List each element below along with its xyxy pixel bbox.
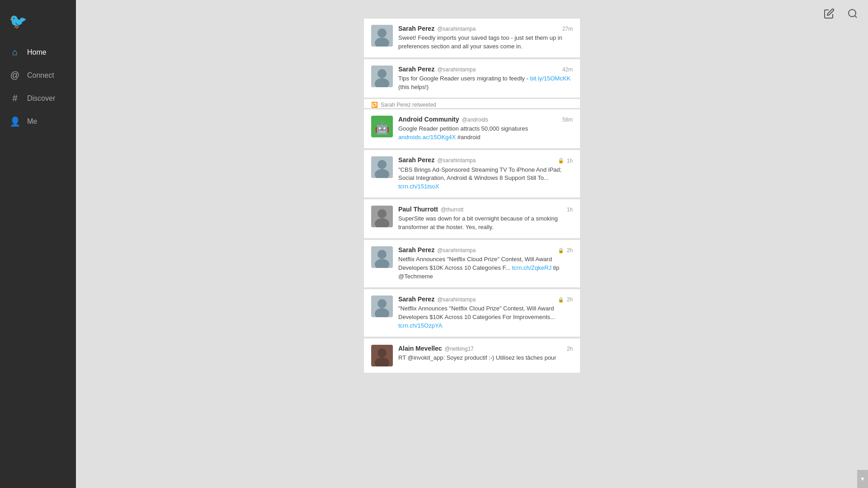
tweet-card-4[interactable]: Paul Thurrott @thurrott 1h SuperSite was… <box>363 199 580 239</box>
tweet-handle-6: @sarahintampa <box>437 296 476 303</box>
tweet-body-5: Sarah Perez @sarahintampa 🔒 2h Netflix A… <box>398 246 573 281</box>
sidebar-item-connect-label: Connect <box>27 71 54 80</box>
tweet-time-1: 42m <box>562 66 573 73</box>
tweet-handle-4: @thurrott <box>441 206 463 213</box>
sidebar-item-discover-label: Discover <box>27 94 55 103</box>
avatar-2: 🤖 <box>371 116 393 137</box>
tweet-link-suffix-1: (this helps!) <box>398 84 429 90</box>
tweet-handle-2: @androids <box>462 117 488 123</box>
tweet-name-6: Sarah Perez <box>398 296 434 303</box>
tweet-card-7[interactable]: Alain Mevellec @netking17 2h RT @invokit… <box>363 338 580 373</box>
tweet-body-6: Sarah Perez @sarahintampa 🔒 2h "Netflix … <box>398 296 573 330</box>
sidebar-item-discover[interactable]: # Discover <box>0 87 76 110</box>
tweet-user-5: Sarah Perez @sarahintampa <box>398 246 476 253</box>
tweet-card-1[interactable]: Sarah Perez @sarahintampa 42m Tips for G… <box>363 59 580 99</box>
avatar-5 <box>371 246 393 268</box>
tweet-text-6: "Netflix Announces "Netflix Cloud Prize"… <box>398 305 573 330</box>
tweet-user-4: Paul Thurrott @thurrott <box>398 206 463 213</box>
me-icon: 👤 <box>9 116 21 127</box>
sidebar-item-connect[interactable]: @ Connect <box>0 64 76 87</box>
main-feed-area: Sarah Perez @sarahintampa 27m Sweet! Fee… <box>76 0 868 488</box>
tweet-name-1: Sarah Perez <box>398 66 434 73</box>
retweet-icon: 🔁 <box>371 102 378 108</box>
tweet-user-7: Alain Mevellec @netking17 <box>398 345 474 352</box>
tweet-text-3: "CBS Brings Ad-Sponsored Streaming TV To… <box>398 166 573 192</box>
twitter-logo: 🐦 <box>0 7 36 41</box>
tweet-card-5[interactable]: Sarah Perez @sarahintampa 🔒 2h Netflix A… <box>363 239 580 288</box>
tweet-body-4: Paul Thurrott @thurrott 1h SuperSite was… <box>398 206 573 232</box>
tweet-user-1: Sarah Perez @sarahintampa <box>398 66 476 73</box>
locked-icon: 🔒 <box>558 297 564 303</box>
tweet-header-6: Sarah Perez @sarahintampa 🔒 2h <box>398 296 573 303</box>
tweet-handle-7: @netking17 <box>445 346 474 352</box>
tweet-body-0: Sarah Perez @sarahintampa 27m Sweet! Fee… <box>398 25 573 51</box>
svg-point-20 <box>377 299 387 308</box>
tweet-body-1: Sarah Perez @sarahintampa 42m Tips for G… <box>398 66 573 92</box>
avatar-6 <box>371 296 393 317</box>
avatar-7 <box>371 345 393 366</box>
tweet-header-1: Sarah Perez @sarahintampa 42m <box>398 66 573 73</box>
tweet-header-3: Sarah Perez @sarahintampa 🔒 1h <box>398 156 573 164</box>
connect-icon: @ <box>9 70 21 80</box>
locked-icon: 🔒 <box>558 158 564 164</box>
avatar-3 <box>371 156 393 178</box>
tweet-card-6[interactable]: Sarah Perez @sarahintampa 🔒 2h "Netflix … <box>363 289 580 337</box>
tweet-user-6: Sarah Perez @sarahintampa <box>398 296 476 303</box>
tweet-time-4: 1h <box>567 206 573 213</box>
search-button[interactable] <box>844 5 861 24</box>
tweet-name-2: Android Community <box>398 116 459 123</box>
tweet-card-2[interactable]: 🤖 Android Community @androids 58m Google… <box>363 109 580 149</box>
svg-line-1 <box>855 16 857 18</box>
tweet-link-6[interactable]: tcrn.ch/15OzpYA <box>398 322 442 329</box>
tweet-link-2[interactable]: androids.ac/15OKg4X <box>398 134 456 141</box>
tweet-time-6: 2h <box>567 296 573 303</box>
tweet-name-0: Sarah Perez <box>398 25 434 32</box>
tweet-name-3: Sarah Perez <box>398 156 434 164</box>
sidebar-item-home-label: Home <box>27 48 47 56</box>
tweet-header-5: Sarah Perez @sarahintampa 🔒 2h <box>398 246 573 254</box>
tweet-name-4: Paul Thurrott <box>398 206 438 213</box>
tweet-name-7: Alain Mevellec <box>398 345 442 352</box>
sidebar: 🐦 ⌂ Home @ Connect # Discover 👤 Me <box>0 0 76 488</box>
svg-point-17 <box>377 250 387 259</box>
avatar-1 <box>371 66 393 87</box>
avatar-4 <box>371 206 393 227</box>
compose-button[interactable] <box>821 5 837 24</box>
svg-point-6 <box>377 69 387 78</box>
tweet-user-3: Sarah Perez @sarahintampa <box>398 156 476 164</box>
tweet-link-1[interactable]: bit.ly/15OMcKK <box>530 75 571 82</box>
tweet-header-7: Alain Mevellec @netking17 2h <box>398 345 573 352</box>
tweet-body-2: Android Community @androids 58m Google R… <box>398 116 573 142</box>
scroll-down-chevron[interactable]: ▼ <box>857 470 868 488</box>
svg-point-0 <box>849 9 856 17</box>
tweet-card-3[interactable]: Sarah Perez @sarahintampa 🔒 1h "CBS Brin… <box>363 150 580 198</box>
sidebar-item-me[interactable]: 👤 Me <box>0 110 76 133</box>
tweet-handle-1: @sarahintampa <box>437 66 476 73</box>
tweet-text-2: Google Reader petition attracts 50,000 s… <box>398 125 573 142</box>
tweet-handle-5: @sarahintampa <box>437 247 476 253</box>
tweet-card-0[interactable]: Sarah Perez @sarahintampa 27m Sweet! Fee… <box>363 18 580 58</box>
svg-point-14 <box>377 209 387 218</box>
sidebar-item-home[interactable]: ⌂ Home <box>0 41 76 64</box>
tweet-link-3[interactable]: tcrn.ch/151tsoX <box>398 183 439 190</box>
tweet-time-7: 2h <box>567 346 573 352</box>
tweet-link-5[interactable]: tcrn.ch/ZqkeRJ <box>512 264 551 271</box>
tweet-name-5: Sarah Perez <box>398 246 434 253</box>
retweeted-by-label: Sarah Perez retweeted <box>381 102 436 108</box>
svg-point-23 <box>377 348 387 357</box>
tweet-header-2: Android Community @androids 58m <box>398 116 573 123</box>
svg-point-11 <box>377 160 387 169</box>
tweet-text-0: Sweet! Feedly imports your saved tags to… <box>398 34 573 51</box>
svg-text:🤖: 🤖 <box>375 121 390 135</box>
tweet-user-2: Android Community @androids <box>398 116 488 123</box>
tweet-time-5: 2h <box>567 247 573 253</box>
home-icon: ⌂ <box>9 47 21 57</box>
tweet-header-4: Paul Thurrott @thurrott 1h <box>398 206 573 213</box>
tweet-time-3: 1h <box>567 158 573 164</box>
tweet-text-4: SuperSite was down for a bit overnight b… <box>398 215 573 232</box>
tweet-header-0: Sarah Perez @sarahintampa 27m <box>398 25 573 32</box>
tweet-user-0: Sarah Perez @sarahintampa <box>398 25 476 32</box>
topbar-right <box>821 5 861 24</box>
tweet-time-2: 58m <box>562 117 573 123</box>
tweet-link-suffix-2: #android <box>456 134 480 141</box>
